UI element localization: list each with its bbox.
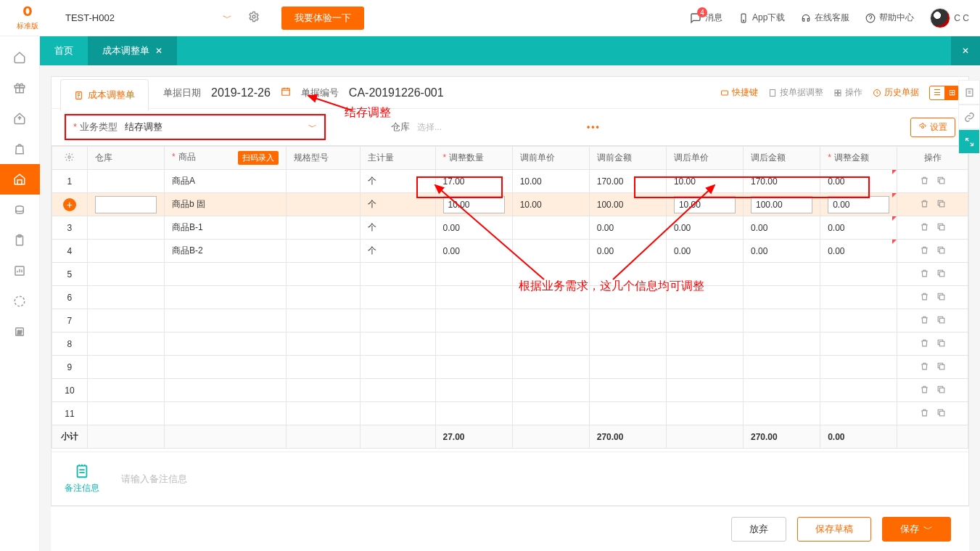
discard-button[interactable]: 放弃 [731,517,786,542]
delete-icon[interactable] [920,245,929,257]
col-settings[interactable] [52,147,88,170]
tabbar: 首页 成本调整单 ✕ ✕ [40,36,980,65]
scan-button[interactable]: 扫码录入 [238,151,279,165]
copy-icon[interactable] [936,362,946,373]
post-amt-input[interactable]: 100.00 [751,196,812,213]
svg-rect-19 [835,93,838,96]
org-select[interactable]: TEST-H002 ﹀ [58,8,239,28]
history-button[interactable]: 历史单据 [873,86,919,99]
delete-icon[interactable] [920,362,929,373]
nav-money-icon[interactable] [0,195,40,225]
copy-icon[interactable] [936,338,946,350]
svg-point-0 [252,15,255,18]
tab-cost-adjust[interactable]: 成本调整单 ✕ [88,36,177,65]
svg-rect-28 [939,272,944,277]
nav-report-icon[interactable] [0,256,40,286]
more-icon[interactable]: ••• [587,122,601,132]
table-row[interactable]: 5 [52,263,968,286]
nav-gift-icon[interactable] [0,73,40,103]
table-row[interactable]: 3商品B-1个0.000.000.000.000.00 [52,216,968,240]
copy-icon[interactable] [936,315,946,327]
doc-tab[interactable]: 成本调整单 [60,79,149,111]
delete-icon[interactable] [920,408,929,420]
delete-icon[interactable] [920,199,929,211]
right-rail [958,80,980,154]
calendar-icon[interactable] [281,86,291,99]
table-row[interactable]: 9 [52,356,968,379]
tab-home[interactable]: 首页 [40,36,88,65]
close-all-icon[interactable]: ✕ [951,36,980,65]
nav-warehouse-icon[interactable] [0,164,40,195]
copy-icon[interactable] [936,222,946,234]
svg-rect-24 [939,179,944,184]
delete-icon[interactable] [920,269,929,280]
save-draft-button[interactable]: 保存草稿 [797,517,871,542]
table-row[interactable]: 1商品A个17.0010.00170.0010.00170.000.00 [52,170,968,193]
delete-icon[interactable] [920,338,929,350]
copy-icon[interactable] [936,408,946,420]
nav-home-icon[interactable] [0,42,40,73]
copy-icon[interactable] [936,176,946,187]
messages-button[interactable]: 4 消息 [690,12,722,24]
nav-bag-icon[interactable] [0,134,40,164]
table-row[interactable]: 4商品B-2个0.000.000.000.000.00 [52,240,968,263]
copy-icon[interactable] [936,245,946,257]
svg-rect-18 [839,90,841,93]
svg-rect-17 [835,90,838,93]
nav-sync-icon[interactable] [0,286,40,317]
close-icon[interactable]: ✕ [155,46,162,56]
table-row[interactable]: 8 [52,332,968,356]
note-icon[interactable] [958,80,980,105]
svg-rect-34 [939,411,944,416]
qty-input[interactable]: 10.00 [443,196,505,213]
table-row[interactable]: 7 [52,309,968,332]
table-row[interactable]: 6 [52,286,968,309]
delete-icon[interactable] [920,292,929,303]
copy-icon[interactable] [936,385,946,396]
list-view-icon[interactable]: ☰ [930,86,944,99]
business-type-select[interactable]: *业务类型 结存调整 ﹀ [65,114,326,140]
customer-service-button[interactable]: 在线客服 [801,12,849,24]
view-toggle[interactable]: ☰ ⊞ [929,86,960,100]
settings-button[interactable]: 设置 [910,118,955,137]
topbar: 标准版 TEST-H002 ﹀ 我要体验一下 4 消息 App下载 在线客服 [0,0,980,36]
save-button[interactable]: 保存﹀ [882,517,951,542]
svg-text:新: 新 [17,330,22,335]
doc-no-value: CA-20191226-001 [349,86,444,99]
delete-icon[interactable] [920,385,929,396]
copy-icon[interactable] [936,269,946,280]
app-download-button[interactable]: App下载 [738,12,785,24]
expand-icon[interactable] [958,129,980,154]
footer: 放弃 保存草稿 保存﹀ [51,506,969,551]
notes-section: 备注信息 请输入备注信息 [52,452,968,505]
nav-new-icon[interactable]: 新 [0,317,40,347]
adj-input[interactable]: 0.00 [828,196,889,213]
add-row-icon[interactable]: + [63,198,76,211]
copy-icon[interactable] [936,199,946,211]
table-row[interactable]: 11 [52,402,968,425]
gear-icon[interactable] [248,11,260,25]
chevron-down-icon: ﹀ [923,523,933,536]
by-doc-button[interactable]: 按单据调整 [768,86,823,99]
svg-rect-6 [17,180,22,184]
link-icon[interactable] [958,105,980,129]
table-row[interactable]: 10 [52,379,968,402]
delete-icon[interactable] [920,176,929,187]
help-button[interactable]: 帮助中心 [865,12,914,24]
operate-button[interactable]: 操作 [833,86,862,99]
user-menu[interactable]: C C [930,8,969,28]
table-row[interactable]: +商品b 固个10.0010.00100.0010.00100.000.00 [52,193,968,216]
grid-view-icon[interactable]: ⊞ [944,86,959,99]
notes-input[interactable]: 请输入备注信息 [121,473,955,486]
warehouse-input[interactable] [95,196,157,213]
shortcut-button[interactable]: 快捷键 [720,86,758,99]
copy-icon[interactable] [936,292,946,303]
nav-upload-icon[interactable] [0,103,40,134]
date-value[interactable]: 2019-12-26 [211,86,271,99]
nav-clipboard-icon[interactable] [0,225,40,256]
warehouse-select[interactable]: 仓库 选择... [391,115,442,139]
delete-icon[interactable] [920,315,929,327]
delete-icon[interactable] [920,222,929,234]
try-button[interactable]: 我要体验一下 [281,7,364,30]
post-price-input[interactable]: 10.00 [674,196,736,213]
